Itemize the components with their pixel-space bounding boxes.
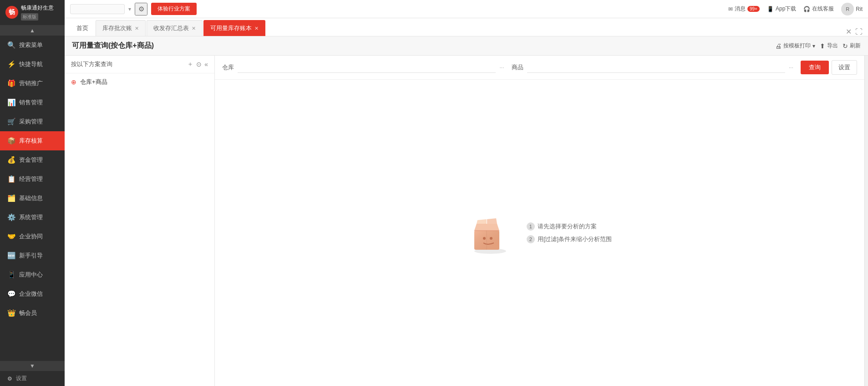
message-label: 消息 (735, 5, 746, 13)
tab-stock-summary-close[interactable]: ✕ (192, 26, 196, 31)
sidebar-item-label-sales: 销售管理 (19, 98, 43, 107)
tab-available-inventory[interactable]: 可用量库存账本 ✕ (203, 20, 265, 36)
tabs-bar: 首页 库存批次账 ✕ 收发存汇总表 ✕ 可用量库存账本 ✕ ✕ ⛶ (65, 18, 868, 36)
settings-filter-button[interactable]: ⊙ (196, 61, 202, 68)
user-avatar: R (841, 3, 854, 15)
sidebar-item-finance[interactable]: 💰 资金管理 (0, 150, 65, 170)
home-tab-label: 首页 (76, 24, 88, 32)
export-icon: ⬆ (820, 42, 825, 50)
sidebar-item-label-purchase: 采购管理 (19, 118, 43, 126)
app-download-icon: 📱 (767, 6, 774, 12)
goods-input[interactable] (527, 62, 785, 73)
empty-icon (467, 210, 513, 256)
headphone-icon: 🎧 (803, 6, 810, 12)
print-dropdown-icon[interactable]: ▾ (812, 43, 815, 49)
tabs-right-actions: ✕ ⛶ (846, 27, 863, 36)
close-tab-button[interactable]: ✕ (846, 27, 852, 36)
tab-stock-summary[interactable]: 收发存汇总表 ✕ (147, 20, 203, 36)
cooperation-icon: 🤝 (7, 232, 15, 241)
tab-home[interactable]: 首页 (70, 21, 95, 36)
export-action[interactable]: ⬆ 导出 (820, 42, 838, 50)
settings-gear-icon: ⚙ (7, 376, 12, 382)
sales-icon: 📊 (7, 98, 15, 107)
guide-icon: 🆕 (7, 252, 15, 260)
sidebar-item-members[interactable]: 👑 畅会员 (0, 304, 65, 323)
svg-point-8 (490, 237, 492, 240)
tab-inventory-batch[interactable]: 库存批次账 ✕ (96, 20, 146, 36)
members-icon: 👑 (7, 309, 15, 317)
empty-state: 1 请先选择要分析的方案 2 用[过滤]条件来缩小分析范围 (215, 80, 864, 386)
sidebar-item-cooperation[interactable]: 🤝 企业协同 (0, 227, 65, 246)
sidebar-item-marketing[interactable]: 🎁 营销推广 (0, 74, 65, 93)
warehouse-more-icon[interactable]: ··· (497, 63, 506, 72)
settings-button[interactable]: 设置 (832, 60, 857, 75)
goods-more-icon[interactable]: ··· (787, 63, 795, 72)
scroll-up-btn[interactable]: ▲ (0, 26, 65, 36)
topbar-search-input[interactable] (70, 4, 125, 14)
query-button[interactable]: 查询 (801, 61, 829, 74)
warehouse-field-label: 仓库 (222, 63, 236, 72)
user-profile-item[interactable]: R Rit (841, 3, 863, 15)
sidebar-item-apps[interactable]: 📱 应用中心 (0, 265, 65, 284)
print-template-action[interactable]: 🖨 按模板打印 ▾ (775, 42, 815, 50)
sidebar-item-system[interactable]: ⚙️ 系统管理 (0, 208, 65, 227)
filter-item-warehouse-goods[interactable]: ⊕ 仓库+商品 (65, 73, 214, 91)
warehouse-input[interactable] (238, 62, 496, 73)
main-right-panel: 仓库 ··· 商品 ··· 查询 设置 (215, 56, 864, 386)
warehouse-goods-icon: ⊕ (71, 78, 76, 86)
sidebar-item-wechat[interactable]: 💬 企业微信 (0, 284, 65, 304)
collapse-filter-button[interactable]: « (204, 61, 208, 68)
sidebar-item-label-guide: 新手引导 (19, 252, 43, 260)
sidebar-item-operations[interactable]: 📋 经营管理 (0, 170, 65, 189)
expand-tab-button[interactable]: ⛶ (855, 28, 863, 36)
content-area: 按以下方案查询 ＋ ⊙ « ⊕ 仓库+商品 仓库 ··· (65, 56, 868, 386)
page-title: 可用量查询(按仓库+商品) (72, 41, 154, 51)
svg-marker-3 (474, 224, 499, 231)
sidebar-item-basics[interactable]: 🗂️ 基础信息 (0, 189, 65, 208)
goods-field-label: 商品 (512, 63, 525, 72)
sidebar-item-label-cooperation: 企业协同 (19, 232, 43, 241)
right-scrollbar[interactable] (864, 56, 868, 386)
main-area: ▾ ⚙ 体验行业方案 ✉ 消息 99+ 📱 App下载 🎧 在线客服 R Rit (65, 0, 868, 386)
avatar-initial: R (846, 6, 849, 12)
add-filter-button[interactable]: ＋ (187, 60, 193, 68)
page-header-actions: 🖨 按模板打印 ▾ ⬆ 导出 ↻ 刷新 (775, 42, 861, 50)
tab-available-inventory-label: 可用量库存账本 (210, 24, 252, 32)
sidebar-nav: 🔍 搜索菜单 ⚡ 快捷导航 🎁 营销推广 📊 销售管理 🛒 采购管理 📦 库存核… (0, 36, 65, 361)
topbar-chevron-icon: ▾ (128, 6, 131, 12)
topbar-right-actions: ✉ 消息 99+ 📱 App下载 🎧 在线客服 R Rit (728, 3, 863, 15)
sidebar-item-search[interactable]: 🔍 搜索菜单 (0, 36, 65, 55)
sidebar-item-guide[interactable]: 🆕 新手引导 (0, 246, 65, 265)
sidebar-item-inventory[interactable]: 📦 库存核算 (0, 131, 65, 150)
search-nav-icon: 🔍 (7, 41, 15, 49)
export-label: 导出 (827, 42, 838, 50)
operations-icon: 📋 (7, 175, 15, 183)
warehouse-field: 仓库 ··· (222, 62, 506, 73)
filter-panel-header-actions: ＋ ⊙ « (187, 60, 208, 68)
topbar: ▾ ⚙ 体验行业方案 ✉ 消息 99+ 📱 App下载 🎧 在线客服 R Rit (65, 0, 868, 18)
online-service-item[interactable]: 🎧 在线客服 (803, 5, 834, 13)
refresh-label: 刷新 (850, 42, 861, 50)
sidebar-item-purchase[interactable]: 🛒 采购管理 (0, 112, 65, 131)
message-icon: ✉ (728, 6, 733, 12)
sidebar-item-label-system: 系统管理 (19, 213, 43, 221)
trial-industry-button[interactable]: 体验行业方案 (151, 3, 197, 15)
inventory-icon: 📦 (7, 137, 15, 145)
message-item[interactable]: ✉ 消息 99+ (728, 5, 760, 13)
query-actions: 查询 设置 (801, 60, 857, 75)
sidebar-settings-item[interactable]: ⚙ 设置 (0, 371, 65, 386)
sidebar-item-sales[interactable]: 📊 销售管理 (0, 93, 65, 112)
scroll-down-btn[interactable]: ▼ (0, 361, 65, 371)
username-label: Rit (856, 6, 863, 12)
app-download-item[interactable]: 📱 App下载 (767, 5, 796, 13)
filter-item-label-warehouse-goods: 仓库+商品 (80, 78, 107, 86)
app-name: 畅康通好生意 (21, 5, 54, 12)
tab-available-inventory-close[interactable]: ✕ (254, 26, 259, 31)
tab-stock-summary-label: 收发存汇总表 (153, 24, 189, 32)
quick-nav-icon: ⚡ (7, 60, 15, 68)
tab-inventory-batch-close[interactable]: ✕ (135, 26, 139, 31)
system-icon: ⚙️ (7, 213, 15, 221)
topbar-gear-button[interactable]: ⚙ (135, 3, 147, 15)
sidebar-item-quick-nav[interactable]: ⚡ 快捷导航 (0, 55, 65, 74)
refresh-action[interactable]: ↻ 刷新 (843, 42, 861, 50)
